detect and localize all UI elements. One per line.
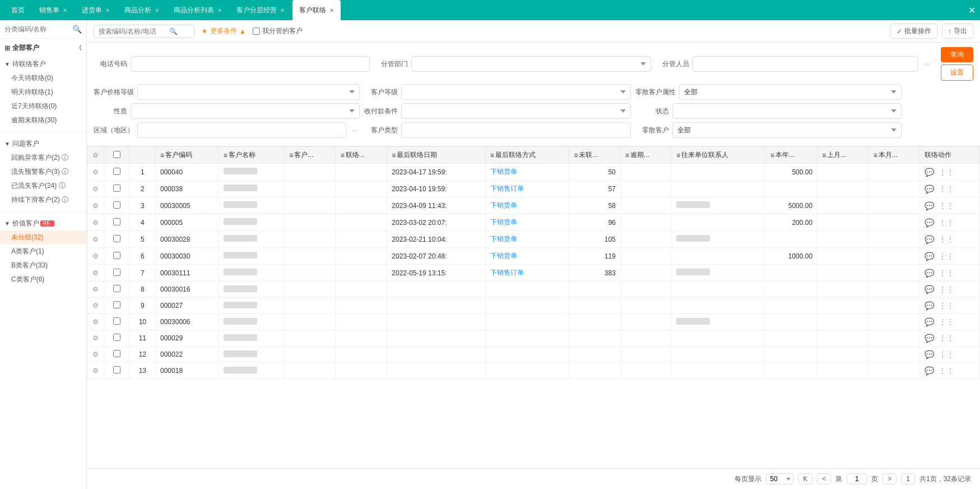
- row-select-checkbox[interactable]: [113, 201, 120, 209]
- row-gear[interactable]: ⚙: [87, 231, 104, 248]
- scattered-select[interactable]: 全部: [672, 122, 902, 138]
- phone-action-icon[interactable]: 💬: [925, 252, 934, 261]
- sidebar-item-churn[interactable]: 流失预警客户(3) ⓘ: [0, 165, 86, 179]
- first-page-btn[interactable]: K: [798, 473, 812, 485]
- phone-input[interactable]: [131, 56, 370, 72]
- row-gear[interactable]: ⚙: [87, 164, 104, 181]
- sidebar-item-c-class[interactable]: C类客户(6): [0, 273, 86, 287]
- contact-way-link[interactable]: 下销货单: [490, 218, 517, 226]
- more-action-icon[interactable]: ⋮⋮: [939, 218, 954, 227]
- more-action-icon[interactable]: ⋮⋮: [939, 201, 954, 210]
- sidebar-search-icon[interactable]: 🔍: [72, 25, 82, 34]
- row-select-checkbox[interactable]: [113, 218, 120, 225]
- sidebar-item-lost[interactable]: 已流失客户(24) ⓘ: [0, 179, 86, 193]
- sidebar-search-input[interactable]: [4, 25, 72, 33]
- query-button[interactable]: 查询: [941, 47, 973, 62]
- dept-select[interactable]: [411, 56, 651, 72]
- col-no-contact[interactable]: ≡ 未联...: [569, 147, 621, 164]
- window-close-button[interactable]: ✕: [968, 5, 976, 16]
- region-ellipsis[interactable]: ···: [350, 126, 360, 134]
- row-select-checkbox[interactable]: [113, 350, 120, 357]
- nature-select[interactable]: [131, 103, 360, 119]
- sidebar-item-overdue[interactable]: 逾期未联络(30): [0, 113, 86, 127]
- sidebar-item-abnormal[interactable]: 回购异常客户(2) ⓘ: [0, 151, 86, 165]
- filter-more-btn[interactable]: ▼ 更多条件 ▲: [201, 26, 246, 36]
- next-page-btn[interactable]: >: [883, 473, 897, 485]
- tab-sales[interactable]: 销售单 ✕: [32, 0, 74, 20]
- more-action-icon[interactable]: ⋮⋮: [939, 317, 954, 326]
- page-input[interactable]: [847, 473, 867, 485]
- last-page-btn[interactable]: 1: [901, 473, 915, 485]
- customer-type-input[interactable]: [401, 122, 630, 138]
- more-action-icon[interactable]: ⋮⋮: [939, 301, 954, 310]
- col-overdue[interactable]: ≡ 逾期...: [620, 147, 672, 164]
- more-action-icon[interactable]: ⋮⋮: [939, 285, 954, 294]
- sidebar-group-pending-label[interactable]: ▼ 待联络客户: [0, 57, 86, 71]
- row-gear[interactable]: ⚙: [87, 248, 104, 265]
- more-action-icon[interactable]: ⋮⋮: [939, 350, 954, 359]
- col-name[interactable]: ≡ 客户名称: [219, 147, 284, 164]
- status-select[interactable]: [672, 103, 902, 119]
- tab-analysis-close[interactable]: ✕: [155, 7, 159, 13]
- row-select-checkbox[interactable]: [113, 334, 120, 341]
- col-contact[interactable]: ≡ 联络...: [336, 147, 387, 164]
- sidebar-item-tomorrow[interactable]: 明天待联络(1): [0, 85, 86, 99]
- sidebar-item-near7[interactable]: 近7天待联络(0): [0, 99, 86, 113]
- contact-way-link[interactable]: 下销售订单: [490, 184, 524, 192]
- tab-home[interactable]: 首页: [4, 0, 31, 20]
- more-action-icon[interactable]: ⋮⋮: [939, 184, 954, 193]
- row-gear[interactable]: ⚙: [87, 347, 104, 363]
- tab-customer-segment[interactable]: 客户分层经营 ✕: [230, 0, 291, 20]
- contact-way-link[interactable]: 下销货单: [490, 252, 517, 260]
- export-button[interactable]: ↑ 导出: [942, 24, 973, 39]
- price-level-select[interactable]: [137, 84, 360, 100]
- per-page-select[interactable]: 50 100 200: [766, 473, 793, 485]
- sidebar-item-declining[interactable]: 持续下滑客户(2) ⓘ: [0, 193, 86, 207]
- more-action-icon[interactable]: ⋮⋮: [939, 334, 954, 343]
- row-gear[interactable]: ⚙: [87, 298, 104, 314]
- row-select-checkbox[interactable]: [113, 168, 120, 175]
- more-action-icon[interactable]: ⋮⋮: [939, 252, 954, 261]
- sidebar-item-ungroup[interactable]: 未分组(32): [0, 230, 86, 245]
- contact-way-link[interactable]: 下销货单: [490, 201, 517, 209]
- col-this-month[interactable]: ≡ 本月...: [868, 147, 920, 164]
- tab-analysis-list-close[interactable]: ✕: [217, 7, 222, 13]
- col-last-contact-way[interactable]: ≡ 最后联络方式: [485, 147, 569, 164]
- col-last-month[interactable]: ≡ 上月...: [818, 147, 869, 164]
- row-select-checkbox[interactable]: [113, 269, 120, 276]
- contact-way-link[interactable]: 下销货单: [490, 235, 517, 243]
- row-select-checkbox[interactable]: [113, 184, 120, 192]
- col-this-year[interactable]: ≡ 本年...: [766, 147, 818, 164]
- filter-search-input[interactable]: [99, 27, 166, 35]
- col-gear[interactable]: ⚙: [87, 147, 104, 164]
- sidebar-group-problem-label[interactable]: ▼ 问题客户: [0, 137, 86, 151]
- col-unit-contact[interactable]: ≡ 往来单位联系人: [672, 147, 766, 164]
- sidebar-all-customers[interactable]: ⊞ 全部客户 《: [0, 39, 86, 55]
- phone-action-icon[interactable]: 💬: [925, 334, 934, 343]
- my-customers-filter[interactable]: 我分管的客户: [253, 26, 303, 36]
- row-select-checkbox[interactable]: [113, 317, 120, 325]
- reset-button[interactable]: 设置: [941, 64, 973, 81]
- phone-action-icon[interactable]: 💬: [925, 168, 934, 177]
- phone-action-icon[interactable]: 💬: [925, 201, 934, 210]
- tab-analysis[interactable]: 商品分析 ✕: [118, 0, 166, 20]
- row-gear[interactable]: ⚙: [87, 363, 104, 379]
- row-select-checkbox[interactable]: [113, 285, 120, 292]
- region-input[interactable]: [137, 122, 346, 138]
- more-action-icon[interactable]: ⋮⋮: [939, 235, 954, 244]
- row-gear[interactable]: ⚙: [87, 214, 104, 231]
- prev-page-btn[interactable]: <: [817, 473, 831, 485]
- customer-level-select[interactable]: [401, 84, 630, 100]
- phone-action-icon[interactable]: 💬: [925, 218, 934, 227]
- row-gear[interactable]: ⚙: [87, 265, 104, 282]
- col-code[interactable]: ≡ 客户编码: [156, 147, 219, 164]
- row-select-checkbox[interactable]: [113, 235, 120, 242]
- tab-customer-segment-close[interactable]: ✕: [280, 7, 285, 13]
- row-gear[interactable]: ⚙: [87, 197, 104, 214]
- contact-way-link[interactable]: 下销售订单: [490, 269, 524, 276]
- row-select-checkbox[interactable]: [113, 252, 120, 259]
- person-ellipsis[interactable]: ···: [922, 60, 932, 68]
- more-action-icon[interactable]: ⋮⋮: [939, 366, 954, 375]
- phone-action-icon[interactable]: 💬: [925, 317, 934, 326]
- sidebar-item-a-class[interactable]: A类客户(1): [0, 245, 86, 259]
